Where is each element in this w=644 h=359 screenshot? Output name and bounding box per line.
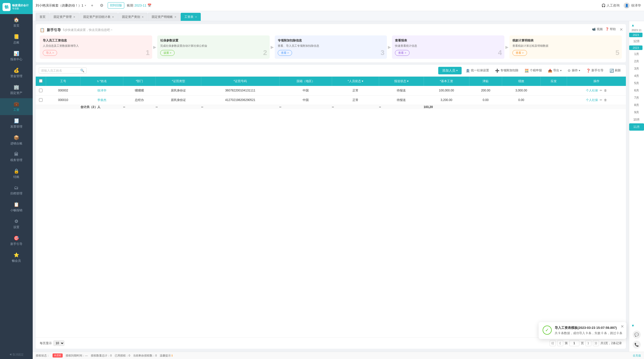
calendar-month-11[interactable]: 11月 xyxy=(629,123,644,131)
page-number-input[interactable] xyxy=(569,340,579,346)
th-name[interactable]: ⇅ *姓名 xyxy=(80,77,123,86)
calendar-month-4[interactable]: 4月 xyxy=(629,72,644,80)
auth-total: 授权数量总计：0 xyxy=(91,354,112,357)
select-all-checkbox[interactable] xyxy=(39,79,43,83)
calendar-month-10[interactable]: 10月 xyxy=(629,116,644,123)
recharge-link[interactable]: 去充值 xyxy=(633,354,641,357)
account-chevron-icon: ▾ xyxy=(85,4,86,7)
tab-payroll[interactable]: 工资表 ✕ xyxy=(181,13,201,21)
td-name-2[interactable]: 李俊杰 xyxy=(80,95,123,105)
th-status[interactable]: *人员状态 ▾ xyxy=(332,77,379,86)
pagination-last-icon[interactable]: ⟩⟩ xyxy=(593,340,599,346)
th-performance: 绩效 xyxy=(502,77,540,86)
sidebar-item-ledger[interactable]: 📒 总账 xyxy=(0,31,33,48)
th-report-status[interactable]: 报送状态 ▾ xyxy=(379,77,424,86)
sidebar-item-label: 发票管理 xyxy=(10,125,22,129)
user-info[interactable]: 👤 徐泽华 xyxy=(624,3,641,9)
account-selector[interactable]: 刘小艳演示账套（勿删勿动！）1 ▾ xyxy=(36,3,86,8)
wizard-step-2-btn[interactable]: 设置 > xyxy=(160,50,175,56)
guide-btn[interactable]: ❓ 新手引导 xyxy=(584,67,606,74)
calendar-month-7[interactable]: 7月 xyxy=(629,94,644,101)
add-employee-button[interactable]: 添加人员 ▾ xyxy=(438,67,462,74)
page-size-select[interactable]: 10 20 50 xyxy=(53,340,64,346)
video-link[interactable]: 📹 视频 xyxy=(592,27,602,31)
sidebar-item-closing[interactable]: 🔒 结账 xyxy=(0,165,33,182)
panel-icon-1[interactable]: 💬 xyxy=(633,331,641,339)
sidebar-item-payroll[interactable]: 💼 工资 xyxy=(0,98,33,115)
wizard-step-1-btn[interactable]: 导入 > xyxy=(43,50,57,56)
notification-close-btn[interactable]: ✕ xyxy=(621,324,624,329)
row-checkbox-1[interactable] xyxy=(39,89,43,92)
calendar-month-5[interactable]: 5月 xyxy=(629,80,644,87)
wizard-close-button[interactable]: ✕ xyxy=(620,27,623,32)
calendar-month-3[interactable]: 3月 xyxy=(629,65,644,72)
version-switch-button[interactable]: 切到旧版 xyxy=(108,2,124,9)
calendar-next-btn[interactable]: ▼ xyxy=(631,324,635,328)
sidebar-item-wizard[interactable]: 🎯 新手引导 xyxy=(0,232,33,249)
tab-close-icon[interactable]: ✕ xyxy=(142,16,144,18)
tab-fixed-assets-label: 固定资产管理 xyxy=(54,15,72,19)
period-value[interactable]: 2023-11 xyxy=(134,4,146,7)
sidebar-item-home[interactable]: 🏠 首页 xyxy=(0,14,33,31)
calendar-month-8[interactable]: 8月 xyxy=(629,101,644,109)
calendar-icon[interactable]: 📅 xyxy=(147,4,151,7)
cancel-fix-btn[interactable]: ◀ 取消固定 xyxy=(0,350,33,359)
tab-close-icon[interactable]: ✕ xyxy=(112,16,114,18)
operation-btn[interactable]: ⚙ 操作 ▾ xyxy=(566,67,582,74)
sidebar-item-xpense[interactable]: 📋 小畅报销 xyxy=(0,199,33,216)
sidebar-item-assets[interactable]: 💰 资金管理 xyxy=(0,65,33,81)
consult-btn[interactable]: 🎧 人工咨询 xyxy=(601,3,620,8)
sidebar-item-reports[interactable]: 📊 报表中心 xyxy=(0,48,33,65)
sidebar-item-tax[interactable]: 🏛 税务管理 xyxy=(0,149,33,165)
td-check-1[interactable] xyxy=(36,86,46,95)
tax-report-btn[interactable]: 🧮 个税申报 xyxy=(522,67,544,74)
personal-insurance-link-1[interactable]: 个人社保 xyxy=(586,89,598,92)
sidebar-item-settings[interactable]: ⚙ 设置 xyxy=(0,216,33,232)
pagination-prev-icon[interactable]: ⟨ xyxy=(557,340,563,346)
pagination-next-icon[interactable]: ⟩ xyxy=(585,340,591,346)
calendar-month-2[interactable]: 2月 xyxy=(629,58,644,65)
row-checkbox-2[interactable] xyxy=(39,98,43,102)
sidebar-item-inventory[interactable]: 📦 进销台账 xyxy=(0,132,33,149)
edit-icon-1[interactable]: ✏ xyxy=(600,89,602,92)
select-all-header[interactable] xyxy=(36,77,46,86)
account-settings-button[interactable]: ⚙ xyxy=(98,2,105,9)
calendar-month-9[interactable]: 9月 xyxy=(629,109,644,116)
pagination-first-icon[interactable]: ⟨⟨ xyxy=(550,340,556,346)
wizard-step-5-btn[interactable]: 查看 > xyxy=(512,50,527,56)
tab-close-icon[interactable]: ✕ xyxy=(195,16,197,18)
personal-insurance-link-2[interactable]: 个人社保 xyxy=(586,98,598,102)
social-insurance-btn[interactable]: 🏦 统一社保设置 xyxy=(464,67,491,74)
tab-fixed-depreciation[interactable]: 固定资产折旧统计表 ✕ xyxy=(79,13,118,21)
help-link[interactable]: ❓ 帮助 xyxy=(605,27,616,31)
sidebar-item-label: 工资 xyxy=(13,108,19,112)
tab-fixed-category[interactable]: 固定资产类别 ✕ xyxy=(118,13,147,21)
member-icon: ⭐ xyxy=(14,252,19,258)
search-input[interactable] xyxy=(41,69,79,72)
panel-icon-2[interactable]: 📞 xyxy=(633,341,641,349)
refresh-btn[interactable]: 🔄 刷新 xyxy=(608,67,623,74)
tab-fixed-detail[interactable]: 固定资产明细账 ✕ xyxy=(148,13,180,21)
sidebar-item-fixed[interactable]: 🏢 固定资产 xyxy=(0,81,33,98)
sidebar-item-archive[interactable]: 🗂 归档管理 xyxy=(0,182,33,199)
calendar-month-1[interactable]: 1月 xyxy=(629,50,644,58)
delete-icon-2[interactable]: 🗑 xyxy=(604,98,607,102)
tab-home[interactable]: 首页 xyxy=(36,13,49,21)
td-name-1[interactable]: 徐泽华 xyxy=(80,86,123,95)
tab-fixed-assets[interactable]: 固定资产管理 ✕ xyxy=(50,13,79,21)
wizard-step-4-btn[interactable]: 查看 > xyxy=(395,50,409,56)
wizard-step-3-btn[interactable]: 查看 > xyxy=(278,50,292,56)
calendar-prev-btn[interactable]: ▲ xyxy=(631,23,635,27)
tab-close-icon[interactable]: ✕ xyxy=(174,16,176,18)
td-check-2[interactable] xyxy=(36,95,46,105)
calendar-month-12[interactable]: 12月 xyxy=(629,38,644,45)
edit-icon-2[interactable]: ✏ xyxy=(600,98,602,102)
calendar-month-6[interactable]: 6月 xyxy=(629,87,644,94)
add-account-button[interactable]: + xyxy=(89,2,96,9)
delete-icon-1[interactable]: 🗑 xyxy=(604,89,607,92)
export-btn[interactable]: 📤 导出 ▾ xyxy=(546,67,564,74)
tab-close-icon[interactable]: ✕ xyxy=(73,16,75,18)
sidebar-item-member[interactable]: ⭐ 畅会员 xyxy=(0,249,33,266)
deduction-btn[interactable]: ➕ 专项附加扣除 xyxy=(493,67,520,74)
sidebar-item-expense[interactable]: 🧾 发票管理 xyxy=(0,115,33,132)
